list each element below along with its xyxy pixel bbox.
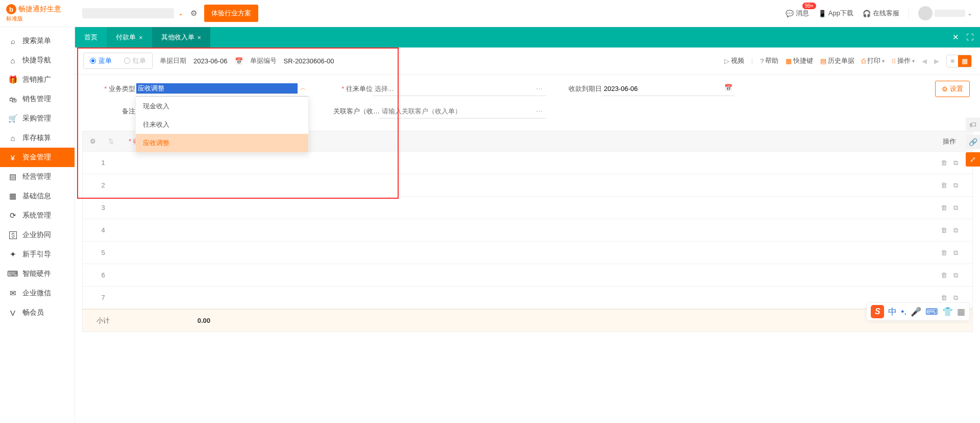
delete-row-icon[interactable]: 🗑: [941, 181, 947, 190]
sidebar-item[interactable]: 🅂企业协同: [0, 225, 75, 245]
delete-row-icon[interactable]: 🗑: [941, 226, 947, 234]
sidebar-item[interactable]: V畅会员: [0, 303, 75, 322]
table-config-icon[interactable]: ⚙: [83, 137, 103, 145]
table-row[interactable]: 7🗑⧉: [83, 287, 972, 309]
sidebar-item[interactable]: ⌕搜索菜单: [0, 31, 75, 51]
prev-doc-icon[interactable]: ◀: [922, 57, 927, 65]
side-tool-expand-icon[interactable]: ⤢: [966, 152, 980, 167]
ime-mic-icon[interactable]: 🎤: [911, 307, 921, 317]
dropdown-option[interactable]: 应收调整: [136, 134, 308, 152]
sidebar-item[interactable]: 🎁营销推广: [0, 70, 75, 89]
tab[interactable]: 其他收入单×: [152, 27, 211, 48]
close-icon[interactable]: ×: [198, 34, 202, 41]
red-doc-radio[interactable]: 红单: [118, 53, 152, 68]
table-row[interactable]: 5🗑⧉: [83, 242, 972, 264]
table-row[interactable]: 3🗑⧉: [83, 197, 972, 219]
col-sort-icon[interactable]: ⇅: [103, 137, 124, 145]
video-link[interactable]: ▷视频: [724, 56, 744, 65]
view-mode-list[interactable]: ≡: [947, 55, 958, 67]
relate-customer-input[interactable]: [380, 104, 546, 119]
sidebar-item[interactable]: 🛍销售管理: [0, 89, 75, 109]
blue-doc-radio[interactable]: 蓝单: [84, 53, 118, 68]
sidebar-icon: ⌕: [8, 36, 17, 45]
copy-row-icon[interactable]: ⧉: [953, 294, 958, 302]
history-link[interactable]: ▤历史单据: [820, 56, 854, 65]
username-placeholder: [935, 10, 965, 17]
sidebar-item[interactable]: ⌂快捷导航: [0, 51, 75, 70]
copy-row-icon[interactable]: ⧉: [953, 204, 958, 212]
sidebar-item[interactable]: ✉企业微信: [0, 284, 75, 303]
sidebar-item-label: 快捷导航: [22, 56, 51, 65]
biz-type-select[interactable]: 应收调整: [136, 83, 298, 94]
shortcut-link[interactable]: ▦快捷键: [786, 56, 813, 65]
partner-input[interactable]: [373, 82, 546, 96]
table-row[interactable]: 4🗑⧉: [83, 219, 972, 242]
tab-bar: 首页付款单×其他收入单× ✕ ⛶: [75, 27, 980, 48]
sidebar-item[interactable]: 🛒采购管理: [0, 109, 75, 128]
sidebar-item-label: 系统管理: [22, 211, 51, 220]
chevron-up-icon[interactable]: ︿: [300, 84, 306, 92]
side-tool-link-icon[interactable]: 🔗: [966, 135, 980, 149]
delete-row-icon[interactable]: 🗑: [941, 204, 947, 212]
close-icon[interactable]: ×: [139, 34, 143, 41]
doc-date-value[interactable]: 2023-06-06: [193, 57, 228, 65]
dropdown-option[interactable]: 往来收入: [136, 115, 308, 134]
sidebar-item[interactable]: ⟳系统管理: [0, 206, 75, 225]
ime-menu-icon[interactable]: ▦: [957, 307, 965, 317]
partner-label: 往来单位: [323, 84, 373, 93]
copy-row-icon[interactable]: ⧉: [953, 181, 958, 190]
copy-row-icon[interactable]: ⧉: [953, 249, 958, 257]
due-date-input[interactable]: [602, 82, 734, 96]
fullscreen-icon[interactable]: ⛶: [966, 33, 974, 42]
app-download-link[interactable]: 📱 App下载: [818, 9, 853, 18]
user-menu[interactable]: ⌄: [918, 6, 972, 20]
ime-logo-icon: S: [871, 305, 884, 318]
cta-button[interactable]: 体验行业方案: [204, 5, 258, 22]
next-doc-icon[interactable]: ▶: [934, 57, 939, 65]
view-mode-card[interactable]: ▦: [958, 55, 971, 67]
print-link[interactable]: ⎙打印▾: [862, 56, 885, 65]
delete-row-icon[interactable]: 🗑: [941, 271, 947, 279]
company-selector[interactable]: ⌄: [75, 8, 190, 18]
sidebar-icon: 🅂: [8, 230, 17, 240]
gear-icon[interactable]: ⚙: [190, 9, 197, 18]
calendar-icon[interactable]: 📅: [235, 57, 243, 65]
ime-keyboard-icon[interactable]: ⌨: [925, 307, 938, 317]
delete-row-icon[interactable]: 🗑: [941, 294, 947, 302]
ime-toolbar[interactable]: S 中 •, 🎤 ⌨ 👕 ▦: [866, 302, 970, 321]
sidebar-item[interactable]: ¥资金管理: [0, 148, 75, 167]
table-row[interactable]: 2🗑⧉: [83, 174, 972, 197]
sidebar-item[interactable]: ⌨智能硬件: [0, 264, 75, 284]
phone-icon: 📱: [818, 10, 826, 17]
more-icon[interactable]: ⋯: [536, 85, 543, 92]
side-tool-note-icon[interactable]: 🏷: [966, 118, 980, 132]
more-icon[interactable]: ⋯: [536, 107, 543, 115]
support-link[interactable]: 🎧 在线客服: [863, 9, 899, 18]
sidebar-icon: 🎁: [8, 75, 17, 84]
tab[interactable]: 付款单×: [107, 27, 152, 48]
sidebar-item[interactable]: ⌂库存核算: [0, 128, 75, 148]
message-link[interactable]: 💬 消息 99+: [786, 9, 809, 18]
operate-link[interactable]: ⁝⁝操作▾: [892, 56, 915, 65]
table-row[interactable]: 6🗑⧉: [83, 264, 972, 287]
settings-button[interactable]: ⚙设置: [935, 81, 970, 97]
close-all-icon[interactable]: ✕: [952, 33, 959, 42]
dropdown-option[interactable]: 现金收入: [136, 97, 308, 115]
sidebar-item[interactable]: ▦基础信息: [0, 186, 75, 206]
copy-row-icon[interactable]: ⧉: [953, 271, 958, 279]
delete-row-icon[interactable]: 🗑: [941, 249, 947, 257]
sidebar-item[interactable]: ▤经营管理: [0, 167, 75, 186]
ime-punct-icon[interactable]: •,: [901, 307, 906, 317]
help-link[interactable]: ?帮助: [760, 56, 778, 65]
table-row[interactable]: 1🗑⧉: [83, 152, 972, 174]
copy-row-icon[interactable]: ⧉: [953, 159, 958, 167]
copy-row-icon[interactable]: ⧉: [953, 226, 958, 234]
ime-lang[interactable]: 中: [888, 306, 897, 318]
row-index: 3: [83, 204, 124, 212]
calendar-icon[interactable]: 📅: [724, 84, 732, 91]
sidebar-item[interactable]: ✦新手引导: [0, 245, 75, 264]
sidebar-item-label: 企业协同: [22, 230, 51, 240]
delete-row-icon[interactable]: 🗑: [941, 159, 947, 167]
ime-skin-icon[interactable]: 👕: [942, 307, 953, 317]
tab[interactable]: 首页: [75, 27, 107, 48]
